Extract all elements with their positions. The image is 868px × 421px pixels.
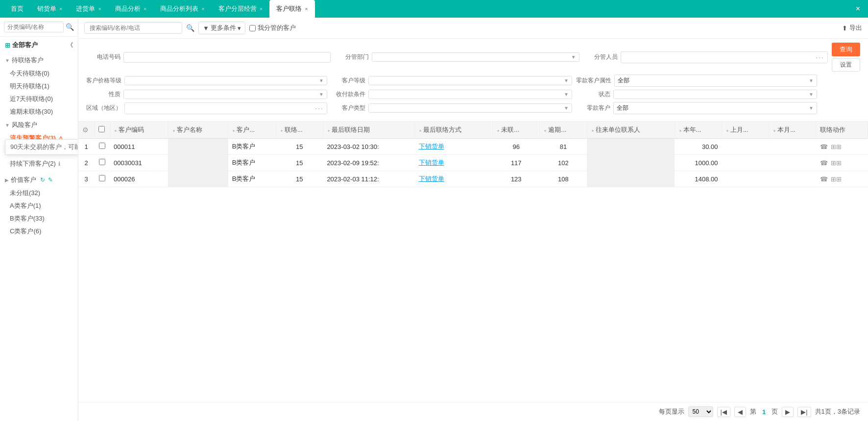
- tab-home[interactable]: 首页: [4, 0, 30, 18]
- tab-purchase[interactable]: 进货单 ×: [69, 0, 108, 18]
- row-last-date: 2023-03-02 10:30:: [323, 139, 414, 155]
- th-unit-contact[interactable]: ⬥往来单位联系人: [587, 122, 675, 139]
- row-action[interactable]: ☎ ⊞⊞: [816, 139, 868, 155]
- tab-sales[interactable]: 销货单 ×: [30, 0, 69, 18]
- filter-icon: ▼: [203, 25, 209, 32]
- customer-level-select[interactable]: ▼: [368, 76, 572, 85]
- group-risk-customer[interactable]: ▼ 风险客户: [0, 118, 78, 132]
- payment-select[interactable]: ▼: [368, 90, 572, 99]
- sidebar-item-class-a[interactable]: A类客户(1): [0, 199, 78, 212]
- phone-action-icon[interactable]: ☎: [820, 159, 828, 167]
- more-action-icon[interactable]: ⊞⊞: [831, 159, 842, 167]
- more-action-icon[interactable]: ⊞⊞: [831, 143, 842, 150]
- nature-select[interactable]: ▼: [123, 90, 327, 99]
- close-icon[interactable]: ×: [305, 6, 308, 12]
- more-icon[interactable]: ···: [816, 53, 824, 61]
- per-page-select[interactable]: 50 100 200: [688, 406, 713, 417]
- sidebar-item-ungroup[interactable]: 未分组(32): [0, 187, 78, 199]
- row-type: B类客户: [228, 171, 276, 187]
- th-last-method[interactable]: ⬥最后联络方式: [415, 122, 493, 139]
- group-pending-contact[interactable]: ▼ 待联络客户: [0, 53, 78, 67]
- row-select-checkbox[interactable]: [99, 143, 105, 149]
- th-checkbox[interactable]: [94, 122, 110, 139]
- sidebar-item-tomorrow[interactable]: 明天待联络(1): [0, 80, 78, 93]
- price-level-select[interactable]: ▼: [124, 76, 327, 85]
- more-conditions-btn[interactable]: ▼ 更多条件 ▾: [198, 22, 245, 34]
- first-page-btn[interactable]: |◀: [717, 407, 730, 417]
- sidebar-item-class-c[interactable]: C类客户(6): [0, 225, 78, 238]
- table-settings-icon[interactable]: ⚙: [82, 126, 89, 134]
- row-last-method[interactable]: 下销货单: [415, 139, 493, 155]
- phone-input[interactable]: [123, 52, 331, 63]
- th-name[interactable]: ⬥客户名称: [168, 122, 228, 139]
- th-this-month[interactable]: ⬥本月...: [769, 122, 816, 139]
- zero-customer-select[interactable]: 全部 ▼: [613, 102, 817, 114]
- row-select-checkbox[interactable]: [99, 175, 105, 181]
- more-icon[interactable]: ···: [315, 104, 324, 112]
- my-customers-checkbox-label[interactable]: 我分管的客户: [249, 24, 296, 32]
- th-code[interactable]: ⬥客户编码: [110, 122, 168, 139]
- customer-type-select[interactable]: ▼: [368, 103, 572, 113]
- last-method-link[interactable]: 下销货单: [419, 175, 444, 182]
- sidebar-item-overdue[interactable]: 逾期未联络(30): [0, 105, 78, 118]
- all-customers-header[interactable]: ⊞ 全部客户 《: [0, 37, 78, 53]
- row-last-method[interactable]: 下销货单: [415, 155, 493, 171]
- last-method-link[interactable]: 下销货单: [419, 143, 444, 150]
- filter-cell-region: 区域（地区） ···: [86, 102, 327, 114]
- th-last-date[interactable]: ⬥最后联络日期: [323, 122, 414, 139]
- row-checkbox[interactable]: [94, 139, 110, 155]
- close-icon[interactable]: ×: [144, 6, 146, 12]
- person-select[interactable]: ···: [621, 51, 828, 63]
- last-method-link[interactable]: 下销货单: [419, 159, 444, 166]
- zero-attr-select[interactable]: 全部 ▼: [614, 74, 817, 87]
- tab-product-analysis[interactable]: 商品分析 ×: [108, 0, 153, 18]
- sidebar-item-class-b[interactable]: B类客户(33): [0, 212, 78, 225]
- tab-customer-tier[interactable]: 客户分层经营 ×: [212, 0, 269, 18]
- row-checkbox[interactable]: [94, 171, 110, 187]
- sidebar-search-input[interactable]: [4, 22, 64, 32]
- th-settings[interactable]: ⚙: [78, 122, 94, 139]
- th-not-contact[interactable]: ⬥未联...: [493, 122, 540, 139]
- main-search-input[interactable]: [84, 22, 182, 34]
- refresh-icon[interactable]: ↻: [40, 176, 45, 183]
- phone-action-icon[interactable]: ☎: [820, 175, 828, 183]
- global-close-btn[interactable]: ×: [852, 4, 864, 13]
- more-action-icon[interactable]: ⊞⊞: [831, 175, 842, 183]
- close-icon[interactable]: ×: [260, 6, 263, 12]
- region-select[interactable]: ···: [124, 102, 327, 114]
- export-btn[interactable]: ⬆ 导出: [842, 24, 862, 32]
- th-this-year[interactable]: ⬥本年...: [675, 122, 722, 139]
- last-page-btn[interactable]: ▶|: [797, 407, 811, 417]
- close-icon[interactable]: ×: [59, 6, 62, 12]
- group-value-customer[interactable]: ▶ 价值客户 ↻ ✎: [0, 173, 78, 187]
- phone-action-icon[interactable]: ☎: [820, 143, 828, 150]
- th-contact[interactable]: ⬥联络...: [276, 122, 323, 139]
- query-button[interactable]: 查询: [832, 43, 860, 56]
- sidebar-item-declining[interactable]: 持续下滑客户(2) ℹ: [0, 157, 78, 170]
- tab-product-list[interactable]: 商品分析列表 ×: [153, 0, 211, 18]
- row-checkbox[interactable]: [94, 155, 110, 171]
- tab-customer-contact[interactable]: 客户联络 ×: [269, 0, 314, 18]
- prev-page-btn[interactable]: ◀: [734, 407, 746, 417]
- close-icon[interactable]: ×: [201, 6, 204, 12]
- sidebar-item-7days[interactable]: 近7天待联络(0): [0, 93, 78, 105]
- sidebar-item-today[interactable]: 今天待联络(0): [0, 67, 78, 80]
- th-type[interactable]: ⬥客户...: [228, 122, 276, 139]
- edit-icon[interactable]: ✎: [48, 176, 53, 183]
- sidebar-search-icon[interactable]: 🔍: [66, 23, 74, 31]
- search-btn[interactable]: 🔍: [186, 24, 194, 32]
- settings-button[interactable]: 设置: [832, 58, 860, 72]
- select-all-checkbox[interactable]: [98, 126, 105, 132]
- close-icon[interactable]: ×: [98, 6, 101, 12]
- next-page-btn[interactable]: ▶: [782, 407, 794, 417]
- th-overdue[interactable]: ⬥逾期...: [540, 122, 587, 139]
- status-select[interactable]: ▼: [613, 90, 817, 99]
- dept-select[interactable]: ▼: [372, 52, 579, 62]
- sidebar-collapse-btn[interactable]: 《: [67, 41, 73, 50]
- row-select-checkbox[interactable]: [99, 159, 105, 165]
- th-last-month[interactable]: ⬥上月...: [722, 122, 769, 139]
- row-action[interactable]: ☎ ⊞⊞: [816, 155, 868, 171]
- my-customers-checkbox[interactable]: [249, 25, 256, 31]
- row-action[interactable]: ☎ ⊞⊞: [816, 171, 868, 187]
- row-last-method[interactable]: 下销货单: [415, 171, 493, 187]
